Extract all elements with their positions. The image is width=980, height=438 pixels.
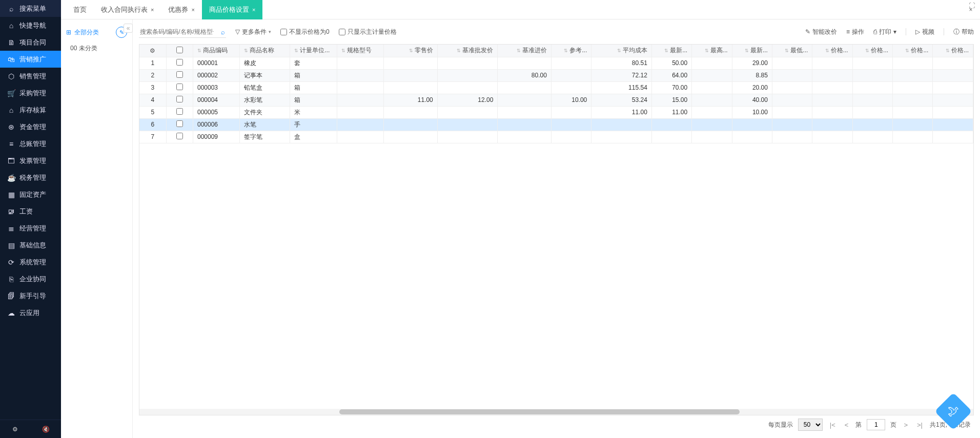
cell-ref[interactable] [551, 118, 591, 131]
cell-name[interactable]: 记事本 [240, 69, 290, 81]
cell-p2[interactable] [852, 81, 892, 94]
tab-close-icon[interactable]: × [191, 7, 194, 13]
cell-p3[interactable] [893, 57, 933, 69]
cell-name[interactable]: 铅笔盒 [240, 81, 290, 94]
cell-code[interactable]: 000001 [193, 57, 240, 69]
prev-page-button[interactable]: < [843, 421, 851, 429]
tab-close-icon[interactable]: × [252, 7, 255, 13]
row-checkbox[interactable] [176, 96, 183, 102]
cell-p2[interactable] [852, 106, 892, 118]
cell-latest1[interactable] [651, 131, 691, 143]
table-row[interactable]: 2000002记事本箱80.0072.1264.008.85 [139, 69, 973, 81]
cell-p1[interactable] [812, 94, 852, 106]
cell-idx[interactable]: 2 [139, 69, 166, 81]
tab-close-icon[interactable]: × [151, 7, 154, 13]
cell-name[interactable]: 签字笔 [240, 131, 290, 143]
cell-name[interactable]: 水笔 [240, 118, 290, 131]
sidebar-item-11[interactable]: ▦固定资产 [0, 186, 61, 203]
cell-p2[interactable] [852, 69, 892, 81]
cell-wholesale[interactable] [437, 118, 498, 131]
cell-highest[interactable] [692, 81, 732, 94]
table-row[interactable]: 5000005文件夹米11.0011.0010.00 [139, 106, 973, 118]
column-header-ref[interactable]: ⇅参考... [551, 45, 591, 57]
column-header-highest[interactable]: ⇅最高... [692, 45, 732, 57]
cell-highest[interactable] [692, 57, 732, 69]
cell-p4[interactable] [933, 57, 973, 69]
column-header-p2[interactable]: ⇅价格... [852, 45, 892, 57]
cell-unit[interactable]: 箱 [290, 69, 337, 81]
cell-lowest[interactable] [772, 131, 812, 143]
cell-unit[interactable]: 盒 [290, 131, 337, 143]
cell-avgcost[interactable]: 11.00 [591, 106, 652, 118]
more-conditions-link[interactable]: ▽ 更多条件 ▾ [235, 28, 271, 36]
row-checkbox[interactable] [176, 133, 183, 139]
scrollbar-thumb[interactable] [339, 409, 740, 414]
cell-avgcost[interactable]: 53.24 [591, 94, 652, 106]
cell-wholesale[interactable] [437, 106, 498, 118]
column-header-spec[interactable]: ⇅规格型号 [337, 45, 383, 57]
cell-spec[interactable] [337, 94, 383, 106]
sidebar-item-13[interactable]: ≣经营管理 [0, 220, 61, 237]
cell-p2[interactable] [852, 57, 892, 69]
cell-latest1[interactable]: 64.00 [651, 69, 691, 81]
cell-spec[interactable] [337, 106, 383, 118]
cell-lowest[interactable] [772, 106, 812, 118]
cell-idx[interactable]: 5 [139, 106, 166, 118]
column-header-idx[interactable]: ⚙ [139, 45, 166, 57]
cell-retail[interactable] [384, 106, 438, 118]
cell-retail[interactable] [384, 118, 438, 131]
cell-avgcost[interactable]: 115.54 [591, 81, 652, 94]
cell-spec[interactable] [337, 57, 383, 69]
cell-spec[interactable] [337, 131, 383, 143]
sidebar-item-9[interactable]: 🗔发票管理 [0, 152, 61, 169]
cell-code[interactable]: 000002 [193, 69, 240, 81]
search-input[interactable] [139, 26, 226, 38]
cell-wholesale[interactable] [437, 81, 498, 94]
cell-idx[interactable]: 7 [139, 131, 166, 143]
cell-unit[interactable]: 手 [290, 118, 337, 131]
cell-latest1[interactable]: 70.00 [651, 81, 691, 94]
column-header-p3[interactable]: ⇅价格... [893, 45, 933, 57]
cell-highest[interactable] [692, 118, 732, 131]
cell-purchase[interactable] [498, 106, 552, 118]
cell-wholesale[interactable] [437, 57, 498, 69]
column-header-latest2[interactable]: ⇅最新... [732, 45, 772, 57]
cell-latest2[interactable]: 10.00 [732, 106, 772, 118]
cell-p4[interactable] [933, 81, 973, 94]
cell-code[interactable]: 000005 [193, 106, 240, 118]
operate-button[interactable]: ≡操作 [846, 28, 864, 36]
cell-avgcost[interactable] [591, 118, 652, 131]
cell-name[interactable]: 水彩笔 [240, 94, 290, 106]
cell-highest[interactable] [692, 69, 732, 81]
per-page-select[interactable]: 50 [798, 419, 823, 431]
sidebar-item-4[interactable]: ⬡销售管理 [0, 68, 61, 85]
video-link[interactable]: ▷视频 [915, 28, 934, 36]
cell-unit[interactable]: 套 [290, 57, 337, 69]
cell-highest[interactable] [692, 131, 732, 143]
cell-latest1[interactable]: 11.00 [651, 106, 691, 118]
table-row[interactable]: 7000009签字笔盒 [139, 131, 973, 143]
sidebar-item-5[interactable]: 🛒采购管理 [0, 85, 61, 101]
category-item[interactable]: 00 未分类 [64, 40, 129, 57]
tab-0[interactable]: 首页 [66, 0, 94, 19]
cell-chk[interactable] [166, 94, 193, 106]
table-row[interactable]: 1000001橡皮套80.5150.0029.00 [139, 57, 973, 69]
cell-lowest[interactable] [772, 57, 812, 69]
cell-chk[interactable] [166, 131, 193, 143]
cell-latest2[interactable]: 40.00 [732, 94, 772, 106]
sidebar-item-17[interactable]: 🗐新手引导 [0, 287, 61, 304]
cell-p4[interactable] [933, 106, 973, 118]
cell-purchase[interactable] [498, 57, 552, 69]
first-page-button[interactable]: |< [828, 421, 838, 429]
cell-p3[interactable] [893, 81, 933, 94]
cell-p4[interactable] [933, 94, 973, 106]
cell-p3[interactable] [893, 118, 933, 131]
select-all-checkbox[interactable] [176, 47, 183, 53]
row-checkbox[interactable] [176, 120, 183, 127]
cell-retail[interactable] [384, 131, 438, 143]
cell-ref[interactable] [551, 57, 591, 69]
cell-retail[interactable] [384, 81, 438, 94]
table-row[interactable]: 6000006水笔手 [139, 118, 973, 131]
horizontal-scrollbar[interactable] [139, 409, 973, 415]
row-checkbox[interactable] [176, 59, 183, 66]
